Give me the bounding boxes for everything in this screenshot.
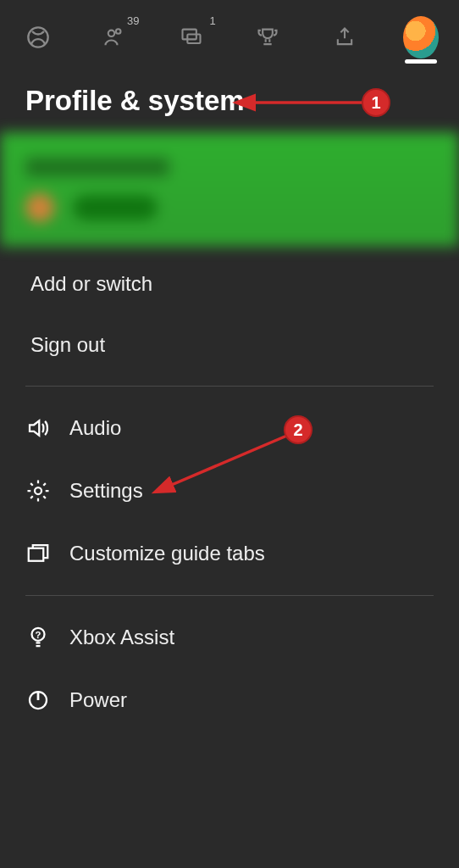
guide-tabs-top-bar: 39 1: [0, 0, 459, 68]
svg-point-2: [116, 29, 121, 34]
power-item[interactable]: Power: [0, 669, 459, 732]
profile-system-tab[interactable]: [403, 19, 439, 55]
power-icon: [25, 687, 51, 713]
menu-label: Add or switch: [30, 272, 152, 296]
people-icon: [102, 25, 126, 49]
xbox-icon: [26, 25, 50, 49]
menu-label: Power: [69, 688, 127, 712]
svg-rect-6: [29, 548, 44, 561]
profile-avatar-small: [25, 193, 54, 222]
settings-item[interactable]: Settings: [0, 459, 459, 522]
active-tab-indicator: [405, 59, 437, 64]
share-tab[interactable]: [327, 19, 362, 55]
menu-label: Sign out: [30, 333, 105, 357]
divider: [25, 595, 434, 596]
current-profile-card[interactable]: [0, 132, 459, 247]
chat-icon: [180, 25, 203, 49]
svg-point-1: [108, 31, 114, 36]
achievements-tab[interactable]: [250, 19, 285, 55]
help-lightbulb-icon: ?: [25, 625, 51, 650]
menu-label: Settings: [69, 479, 143, 503]
sign-out-item[interactable]: Sign out: [0, 314, 459, 376]
windows-stack-icon: [25, 541, 51, 566]
svg-text:?: ?: [36, 630, 41, 640]
menu-label: Xbox Assist: [69, 626, 174, 649]
page-title: Profile & system: [0, 68, 459, 132]
add-or-switch-item[interactable]: Add or switch: [0, 253, 459, 314]
profile-system-menu: Add or switch Sign out Audio Settings Cu…: [0, 247, 459, 732]
gear-icon: [25, 478, 51, 504]
friends-badge: 39: [127, 14, 139, 27]
divider: [25, 386, 434, 387]
audio-item[interactable]: Audio: [0, 397, 459, 459]
customize-guide-tabs-item[interactable]: Customize guide tabs: [0, 522, 459, 585]
gamerscore-redacted: [73, 195, 158, 220]
trophy-icon: [256, 25, 279, 49]
chat-tab[interactable]: 1: [174, 19, 209, 55]
menu-label: Customize guide tabs: [69, 542, 265, 565]
share-icon: [333, 25, 357, 49]
friends-tab[interactable]: 39: [97, 19, 132, 55]
gamertag-redacted: [25, 158, 169, 176]
xbox-assist-item[interactable]: ? Xbox Assist: [0, 606, 459, 669]
avatar-icon: [403, 16, 439, 58]
menu-label: Audio: [69, 416, 121, 440]
svg-point-5: [35, 487, 41, 494]
xbox-logo-tab[interactable]: [20, 19, 56, 55]
chat-badge: 1: [210, 14, 216, 27]
speaker-icon: [25, 415, 51, 441]
